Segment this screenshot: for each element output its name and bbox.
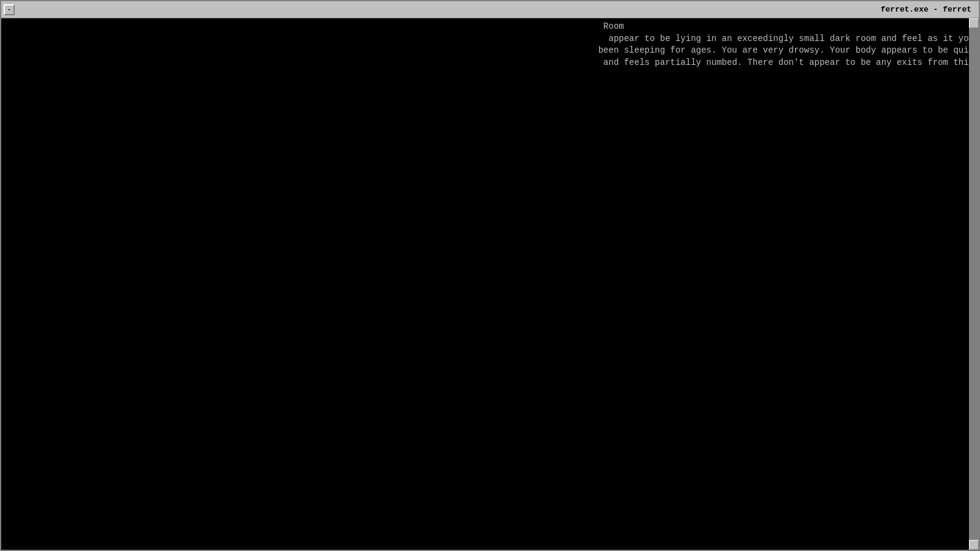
terminal-line: Room (6, 21, 974, 33)
terminal-line: appear to be lying in an exceedingly sma… (6, 33, 974, 45)
terminal-line: . (6, 69, 974, 81)
scrollbar[interactable]: ▲ ▼ (969, 18, 979, 550)
terminal-output: Room appear to be lying in an exceedingl… (6, 21, 974, 81)
minimize-button[interactable]: - (4, 4, 15, 15)
scroll-down-button[interactable]: ▼ (969, 540, 979, 550)
terminal-line: been sleeping for ages. You are very dro… (6, 45, 974, 57)
terminal-area[interactable]: Room appear to be lying in an exceedingl… (1, 18, 979, 550)
terminal-line: and feels partially numbed. There don't … (6, 57, 974, 69)
window: - ferret.exe - ferret Room appear to be … (0, 0, 980, 551)
title-bar: - ferret.exe - ferret (1, 1, 979, 18)
window-title: ferret.exe - ferret (15, 5, 976, 14)
scroll-up-button[interactable]: ▲ (969, 18, 979, 28)
scrollbar-track[interactable] (969, 28, 979, 540)
